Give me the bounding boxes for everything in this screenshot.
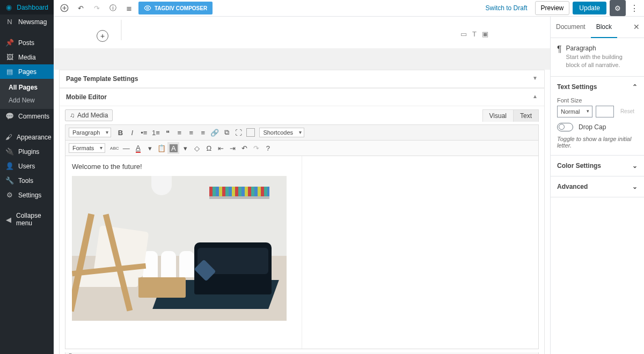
editor-toolbar-2: Formats ABC — A ▾ 📋 A ▾ ◇ Ω ⇤ ⇥ bbox=[65, 141, 539, 156]
color-settings-toggle[interactable]: Color Settings⌄ bbox=[551, 156, 644, 176]
inspector-close-button[interactable]: ✕ bbox=[633, 23, 640, 31]
more-menu-button[interactable]: ⋮ bbox=[629, 3, 640, 13]
gear-icon: ⚙ bbox=[614, 4, 621, 12]
help-button[interactable]: ? bbox=[262, 142, 274, 154]
plug-icon: 🔌 bbox=[5, 148, 14, 156]
link-button[interactable]: 🔗 bbox=[209, 127, 221, 138]
abc-button[interactable]: ABC bbox=[108, 142, 120, 154]
paste-button[interactable]: 📋 bbox=[156, 142, 167, 154]
bgcolor-chevron[interactable]: ▾ bbox=[179, 142, 191, 154]
editor-text[interactable]: Welcome to the future! bbox=[72, 163, 295, 171]
font-size-reset[interactable]: Reset bbox=[617, 106, 638, 116]
mobile-editor-toggle[interactable]: Mobile Editor▲ bbox=[60, 88, 544, 106]
submenu-add-new[interactable]: Add New bbox=[0, 94, 54, 107]
chevron-down-icon: ⌄ bbox=[632, 162, 638, 169]
text-icon[interactable]: T bbox=[472, 30, 477, 38]
outdent-button[interactable]: ⇤ bbox=[215, 142, 226, 154]
formats-select[interactable]: Formats bbox=[69, 143, 105, 153]
add-block-button[interactable] bbox=[58, 2, 71, 14]
format-select[interactable]: Paragraph bbox=[69, 128, 111, 137]
indent-button[interactable]: ⇥ bbox=[226, 142, 238, 154]
drop-cap-toggle[interactable] bbox=[557, 123, 573, 131]
numbered-list-button[interactable]: 1≡ bbox=[150, 127, 162, 138]
align-right-button[interactable]: ≡ bbox=[197, 127, 209, 138]
hr-button[interactable]: — bbox=[120, 142, 132, 154]
sidebar-collapse[interactable]: ◀Collapse menu bbox=[0, 209, 54, 230]
inspector-tab-document[interactable]: Document bbox=[551, 17, 591, 38]
switch-to-draft-link[interactable]: Switch to Draft bbox=[481, 4, 532, 12]
editor-toolbar-1: Paragraph B I •≡ 1≡ ❝ ≡ ≡ ≡ 🔗 ⧉ ⛶ bbox=[65, 124, 539, 141]
clear-button[interactable]: ◇ bbox=[191, 142, 203, 154]
settings-icon: ⚙ bbox=[5, 191, 14, 199]
color-swatch[interactable] bbox=[246, 128, 255, 137]
align-icon[interactable]: ▭ bbox=[460, 30, 467, 38]
bold-button[interactable]: B bbox=[114, 127, 126, 138]
readmore-button[interactable]: ⧉ bbox=[221, 127, 232, 138]
pages-icon: ▤ bbox=[5, 68, 14, 76]
inspector-tab-block[interactable]: Block bbox=[591, 17, 617, 38]
inspector-block-desc: Start with the building block of all nar… bbox=[566, 53, 638, 70]
content-image[interactable] bbox=[72, 176, 287, 321]
visual-tab[interactable]: Visual bbox=[483, 110, 514, 122]
update-button[interactable]: Update bbox=[573, 2, 606, 14]
fullscreen-button[interactable]: ⛶ bbox=[232, 127, 244, 138]
mobile-editor-panel: Mobile Editor▲ Visual Text ♫Add Media Pa… bbox=[59, 88, 545, 354]
align-left-button[interactable]: ≡ bbox=[173, 127, 185, 138]
bgcolor-button[interactable]: A bbox=[167, 142, 179, 154]
sidebar-item-comments[interactable]: 💬Comments bbox=[0, 109, 54, 123]
sidebar-item-tools[interactable]: 🔧Tools bbox=[0, 173, 54, 188]
textcolor-chevron[interactable]: ▾ bbox=[144, 142, 156, 154]
page-template-toggle[interactable]: Page Template Settings▼ bbox=[60, 70, 544, 88]
svg-point-1 bbox=[147, 7, 149, 9]
image-icon[interactable]: ▣ bbox=[482, 30, 488, 38]
italic-button[interactable]: I bbox=[126, 127, 138, 138]
text-tab[interactable]: Text bbox=[514, 110, 538, 122]
sidebar-submenu-pages: All Pages Add New bbox=[0, 79, 54, 109]
sidebar-item-settings[interactable]: ⚙Settings bbox=[0, 188, 54, 202]
preview-button[interactable]: Preview bbox=[535, 1, 570, 15]
list-view-button[interactable]: ≣ bbox=[122, 2, 135, 14]
font-size-label: Font Size bbox=[557, 97, 638, 104]
redo2-button[interactable]: ↷ bbox=[250, 142, 262, 154]
insert-block-button[interactable]: + bbox=[97, 30, 108, 42]
eye-icon bbox=[144, 4, 151, 12]
chevron-up-icon: ⌃ bbox=[632, 83, 638, 91]
undo-button[interactable]: ↶ bbox=[74, 2, 87, 14]
shortcodes-select[interactable]: Shortcodes bbox=[259, 128, 304, 137]
sidebar-item-newsmag[interactable]: NNewsmag bbox=[0, 14, 54, 29]
collapse-icon: ◀ bbox=[5, 216, 12, 224]
mobile-editor-canvas[interactable]: Welcome to the future! bbox=[65, 156, 539, 349]
blockquote-button[interactable]: ❝ bbox=[162, 127, 173, 138]
redo-button[interactable]: ↷ bbox=[90, 2, 103, 14]
music-icon: ♫ bbox=[70, 112, 75, 119]
sidebar-item-posts[interactable]: 📌Posts bbox=[0, 35, 54, 50]
info-button[interactable]: ⓘ bbox=[106, 2, 119, 14]
charmap-button[interactable]: Ω bbox=[203, 142, 215, 154]
comments-icon: 💬 bbox=[5, 112, 14, 120]
settings-toggle-button[interactable]: ⚙ bbox=[610, 0, 626, 16]
sidebar-item-plugins[interactable]: 🔌Plugins bbox=[0, 144, 54, 159]
advanced-toggle[interactable]: Advanced⌄ bbox=[551, 176, 644, 197]
align-center-button[interactable]: ≡ bbox=[185, 127, 197, 138]
sidebar-item-dashboard[interactable]: ◉Dashboard bbox=[0, 0, 54, 14]
text-settings-toggle[interactable]: Text Settings⌃ bbox=[551, 77, 644, 97]
sidebar-item-appearance[interactable]: 🖌Appearance bbox=[0, 130, 54, 144]
page-template-panel: Page Template Settings▼ bbox=[59, 70, 545, 88]
undo2-button[interactable]: ↶ bbox=[238, 142, 250, 154]
empty-block-placeholder[interactable] bbox=[121, 20, 122, 40]
newsmag-icon: N bbox=[5, 18, 14, 26]
textcolor-button[interactable]: A bbox=[132, 142, 144, 154]
editor-topbar: ↶ ↷ ⓘ ≣ TAGDIV COMPOSER Switch to Draft … bbox=[54, 0, 644, 17]
bullet-list-button[interactable]: •≡ bbox=[138, 127, 150, 138]
sidebar-item-pages[interactable]: ▤Pages bbox=[0, 64, 54, 79]
font-size-select[interactable]: Normal bbox=[557, 106, 592, 117]
sidebar-item-users[interactable]: 👤Users bbox=[0, 159, 54, 173]
sidebar-item-media[interactable]: 🖼Media bbox=[0, 50, 54, 64]
drop-cap-label: Drop Cap bbox=[579, 123, 606, 131]
media-icon: 🖼 bbox=[5, 53, 14, 61]
font-size-input[interactable] bbox=[596, 106, 614, 117]
inspector-block-title: Paragraph bbox=[566, 45, 638, 52]
submenu-all-pages[interactable]: All Pages bbox=[0, 81, 54, 94]
add-media-button[interactable]: ♫Add Media bbox=[65, 109, 113, 121]
tagdiv-composer-button[interactable]: TAGDIV COMPOSER bbox=[138, 2, 213, 14]
